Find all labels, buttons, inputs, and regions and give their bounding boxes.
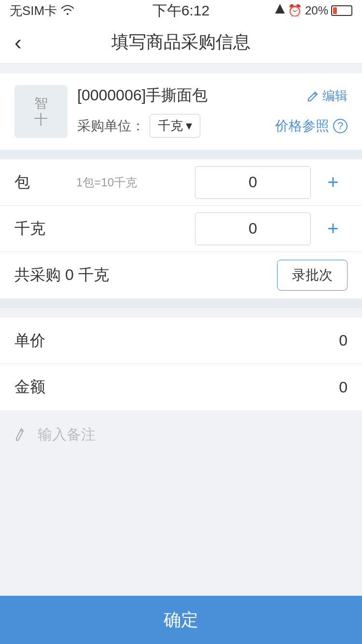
- kg-input-area: 0 +: [72, 212, 348, 245]
- status-right: ⏰ 20%: [275, 4, 352, 17]
- status-time: 下午6:12: [153, 1, 209, 21]
- confirm-button[interactable]: 确定: [0, 596, 362, 644]
- bag-input-area: 0 +: [137, 166, 348, 199]
- wifi-icon: [61, 3, 74, 18]
- dropdown-arrow-icon: ▾: [186, 118, 192, 133]
- location-icon: [275, 4, 285, 17]
- amount-row: 金额 0: [0, 364, 362, 410]
- price-section: 单价 0 金额 0: [0, 318, 362, 410]
- unit-price-label: 单价: [14, 330, 45, 351]
- confirm-label: 确定: [164, 608, 198, 632]
- kg-plus-button[interactable]: +: [319, 214, 348, 243]
- unit-label: 采购单位：: [77, 117, 145, 135]
- notes-section[interactable]: 输入备注: [0, 410, 362, 603]
- unit-value: 千克: [158, 117, 183, 134]
- section-divider-1: [0, 150, 362, 159]
- summary-row: 共采购 0 千克 录批次: [0, 252, 362, 298]
- product-unit-row: 采购单位： 千克 ▾ 价格参照 ?: [77, 114, 348, 138]
- alarm-icon: ⏰: [288, 4, 302, 17]
- kg-quantity-input[interactable]: 0: [195, 212, 311, 245]
- kg-row: 千克 0 +: [0, 206, 362, 252]
- unit-price-row: 单价 0: [0, 318, 362, 364]
- bag-label: 包: [14, 172, 72, 193]
- pencil-icon: [14, 426, 30, 445]
- amount-label: 金额: [14, 377, 45, 398]
- nav-bar: ‹ 填写商品采购信息: [0, 21, 362, 64]
- page-title: 填写商品采购信息: [111, 30, 251, 54]
- unit-price-value: 0: [339, 332, 348, 350]
- price-ref-label: 价格参照: [275, 117, 329, 135]
- product-header: [0000006]手撕面包 编辑: [77, 85, 348, 106]
- unit-select[interactable]: 千克 ▾: [150, 114, 200, 138]
- section-divider-2: [0, 298, 362, 308]
- bag-row: 包 1包=10千克 0 +: [0, 159, 362, 206]
- amount-value: 0: [339, 378, 348, 396]
- batch-button[interactable]: 录批次: [277, 260, 348, 291]
- bag-quantity-input[interactable]: 0: [195, 166, 311, 199]
- edit-button[interactable]: 编辑: [307, 87, 348, 104]
- price-ref-button[interactable]: 价格参照 ?: [275, 117, 348, 135]
- bag-plus-button[interactable]: +: [319, 168, 348, 197]
- status-left: 无SIM卡: [10, 2, 74, 19]
- product-image: 智 十: [14, 85, 68, 138]
- back-button[interactable]: ‹: [14, 32, 22, 53]
- kg-label: 千克: [14, 218, 72, 239]
- form-section: 包 1包=10千克 0 + 千克 0 + 共采购 0 千克 录批次: [0, 159, 362, 298]
- product-logo: 智 十: [34, 95, 48, 127]
- product-name: [0000006]手撕面包: [77, 85, 208, 106]
- carrier-text: 无SIM卡: [10, 2, 57, 19]
- notes-placeholder: 输入备注: [38, 425, 96, 445]
- battery-icon: [331, 5, 352, 16]
- battery-percent: 20%: [305, 4, 328, 17]
- product-info: [0000006]手撕面包 编辑 采购单位： 千克 ▾ 价格参照 ?: [77, 85, 348, 138]
- summary-text: 共采购 0 千克: [14, 265, 109, 286]
- status-bar: 无SIM卡 下午6:12 ⏰ 20%: [0, 0, 362, 21]
- bag-sub-label: 1包=10千克: [76, 175, 137, 190]
- product-card: 智 十 [0000006]手撕面包 编辑 采购单位： 千克 ▾: [0, 73, 362, 150]
- price-ref-help-icon: ?: [333, 119, 348, 133]
